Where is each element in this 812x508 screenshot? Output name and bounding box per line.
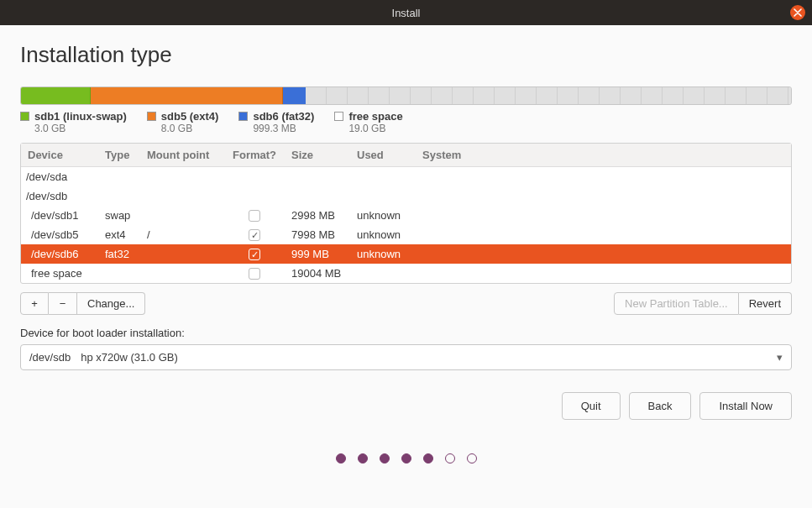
chevron-down-icon: ▾ [777, 351, 783, 364]
col-system[interactable]: System [416, 144, 791, 166]
cell-mount: / [140, 226, 224, 244]
format-checkbox[interactable] [249, 249, 260, 260]
legend-swatch [334, 112, 343, 121]
legend-size: 8.0 GB [161, 123, 219, 134]
cell-device: /dev/sdb6 [21, 245, 98, 263]
cell-format [224, 226, 285, 244]
partition-legend: sdb1 (linux-swap)3.0 GBsdb5 (ext4)8.0 GB… [20, 110, 792, 134]
cell-size: 999 MB [285, 245, 350, 263]
cell-device: /dev/sdb [21, 187, 98, 205]
legend-label: sdb5 (ext4) [161, 110, 219, 123]
legend-label: sdb1 (linux-swap) [34, 110, 127, 123]
legend-item: free space19.0 GB [334, 110, 402, 134]
cell-device: /dev/sda [21, 168, 98, 186]
boot-desc: hp x720w (31.0 GB) [81, 351, 178, 364]
col-used[interactable]: Used [350, 144, 416, 166]
seg-sdb5 [91, 87, 283, 104]
seg-sdb6 [283, 87, 306, 104]
partition-table: Device Type Mount point Format? Size Use… [20, 143, 792, 284]
format-checkbox[interactable] [249, 210, 260, 222]
progress-dot [336, 453, 346, 463]
table-header: Device Type Mount point Format? Size Use… [21, 144, 791, 167]
cell-device: free space [21, 264, 98, 282]
cell-size: 2998 MB [285, 207, 350, 224]
boot-device: /dev/sdb [29, 351, 71, 364]
cell-size: 7998 MB [285, 226, 350, 244]
col-format[interactable]: Format? [224, 144, 285, 166]
cell-system [416, 233, 791, 238]
revert-button[interactable]: Revert [739, 292, 792, 315]
footer-buttons: Quit Back Install Now [20, 392, 792, 420]
page-title: Installation type [20, 42, 792, 68]
seg-free [306, 87, 791, 104]
cell-type [98, 271, 140, 276]
col-mount[interactable]: Mount point [140, 144, 224, 166]
legend-size: 3.0 GB [34, 123, 127, 134]
cell-used: unknown [350, 245, 416, 263]
col-type[interactable]: Type [98, 144, 140, 166]
legend-size: 19.0 GB [348, 123, 402, 134]
add-partition-button[interactable]: + [20, 292, 49, 315]
table-row[interactable]: /dev/sdb5ext4/7998 MBunknown [21, 225, 791, 244]
change-partition-button[interactable]: Change... [77, 292, 145, 315]
close-icon [794, 8, 802, 17]
table-row[interactable]: /dev/sdb1swap2998 MBunknown [21, 206, 791, 225]
boot-loader-label: Device for boot loader installation: [20, 327, 792, 339]
back-button[interactable]: Back [629, 392, 692, 420]
legend-size: 999.3 MB [253, 123, 314, 134]
legend-label: sdb6 (fat32) [253, 110, 314, 123]
cell-type: fat32 [98, 245, 140, 263]
cell-mount [140, 271, 224, 276]
progress-dot [445, 453, 455, 463]
table-row[interactable]: /dev/sdb6fat32999 MBunknown [21, 244, 791, 264]
cell-size: 19004 MB [285, 264, 350, 282]
remove-partition-button[interactable]: − [49, 292, 77, 315]
disk-usage-bar [20, 86, 792, 105]
progress-dot [358, 453, 368, 463]
seg-sdb1 [21, 87, 91, 104]
cell-mount [140, 252, 224, 257]
cell-type: swap [98, 207, 140, 224]
table-row[interactable]: free space19004 MB [21, 264, 791, 283]
install-now-button[interactable]: Install Now [699, 392, 792, 420]
table-row[interactable]: /dev/sda [21, 167, 791, 186]
titlebar: Install [0, 0, 812, 25]
progress-dot [401, 453, 411, 463]
cell-used: unknown [350, 207, 416, 224]
cell-mount [140, 213, 224, 218]
legend-swatch [20, 112, 29, 121]
cell-format [224, 207, 285, 225]
progress-dot [380, 453, 390, 463]
cell-used: unknown [350, 226, 416, 244]
close-button[interactable] [790, 5, 805, 20]
cell-type: ext4 [98, 226, 140, 244]
boot-loader-select[interactable]: /dev/sdb hp x720w (31.0 GB) ▾ [20, 344, 792, 370]
table-row[interactable]: /dev/sdb [21, 186, 791, 206]
legend-swatch [238, 112, 248, 121]
cell-device: /dev/sdb5 [21, 226, 98, 244]
legend-swatch [147, 112, 156, 121]
new-partition-table-button[interactable]: New Partition Table... [614, 292, 739, 315]
format-checkbox[interactable] [249, 268, 260, 280]
cell-used [350, 271, 416, 276]
legend-item: sdb5 (ext4)8.0 GB [147, 110, 219, 134]
cell-format [224, 264, 285, 283]
cell-system [416, 252, 791, 257]
legend-label: free space [348, 110, 402, 123]
cell-format [224, 245, 285, 264]
progress-dot [467, 453, 477, 463]
progress-dot [423, 453, 433, 463]
col-size[interactable]: Size [285, 144, 350, 166]
legend-item: sdb1 (linux-swap)3.0 GB [20, 110, 127, 134]
cell-device: /dev/sdb1 [21, 207, 98, 224]
col-device[interactable]: Device [21, 144, 98, 166]
cell-system [416, 213, 791, 218]
quit-button[interactable]: Quit [562, 392, 621, 420]
progress-dots [20, 453, 792, 463]
cell-system [416, 271, 791, 276]
format-checkbox[interactable] [249, 229, 260, 241]
legend-item: sdb6 (fat32)999.3 MB [238, 110, 314, 134]
window-title: Install [392, 7, 421, 19]
table-toolbar: + − Change... New Partition Table... Rev… [20, 292, 792, 315]
